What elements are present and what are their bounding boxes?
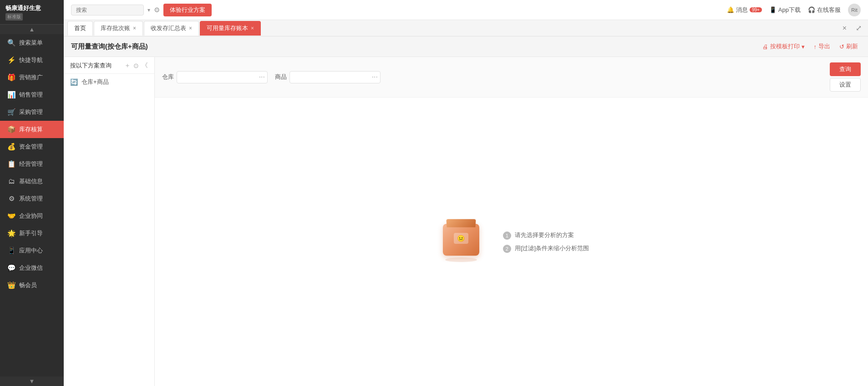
phone-icon: 📱 — [769, 6, 777, 13]
search-icon: 🔍 — [7, 39, 15, 47]
hint-text-1: 请先选择要分析的方案 — [515, 231, 574, 239]
refresh-label: 刷新 — [846, 42, 858, 51]
filter-panel-title: 按以下方案查询 — [70, 62, 112, 70]
page-actions: 🖨 按模板打印 ▾ ↑ 导出 ↺ 刷新 — [760, 41, 861, 52]
close-tab-receive-summary[interactable]: × — [189, 25, 192, 31]
tab-home[interactable]: 首页 — [67, 21, 93, 36]
version-badge: 标准版 — [5, 13, 23, 21]
empty-hint-2: 2 用[过滤]条件来缩小分析范围 — [503, 244, 589, 253]
sidebar-scroll-down[interactable]: ▼ — [0, 376, 64, 386]
sidebar-item-sales[interactable]: 📊 销售管理 — [0, 86, 64, 103]
sidebar-item-label: 畅会员 — [19, 281, 37, 289]
sidebar-logo: 畅康通好生意 标准版 — [0, 0, 64, 25]
sidebar-scroll-up[interactable]: ▲ — [0, 25, 64, 34]
sidebar-item-search[interactable]: 🔍 搜索菜单 — [0, 34, 64, 51]
hint-number-2: 2 — [503, 245, 511, 253]
tab-bar: 首页 库存批次账 × 收发存汇总表 × 可用量库存账本 × × ⤢ — [64, 20, 868, 36]
product-input[interactable] — [289, 71, 381, 83]
settings-filter-icon[interactable]: ⊙ — [133, 62, 139, 69]
settings-button[interactable]: 设置 — [830, 78, 861, 92]
query-button[interactable]: 查询 — [830, 62, 861, 76]
empty-hints: 1 请先选择要分析的方案 2 用[过滤]条件来缩小分析范围 — [503, 231, 589, 253]
company-name: 畅康通好生意 — [5, 5, 58, 12]
warehouse-more-button[interactable]: ··· — [259, 73, 265, 81]
online-service-button[interactable]: 🎧 在线客服 — [808, 6, 841, 14]
sidebar-item-system[interactable]: ⚙ 系统管理 — [0, 190, 64, 207]
hint-number-1: 1 — [503, 232, 511, 240]
headset-icon: 🎧 — [808, 6, 815, 13]
main-content: ▾ ⚙ 体验行业方案 🔔 消息 99+ 📱 App下载 🎧 在线客服 Rit — [64, 0, 868, 386]
product-label: 商品 — [275, 73, 287, 81]
empty-shadow — [445, 257, 477, 262]
basicinfo-icon: 🗂 — [7, 177, 15, 185]
sidebar-item-newguide[interactable]: 🌟 新手引导 — [0, 225, 64, 242]
gift-icon: 🎁 — [7, 73, 15, 82]
content-area: 按以下方案查询 ＋ ⊙ 《 🔄 仓库+商品 仓库 ··· — [64, 57, 868, 386]
sidebar-item-wechat[interactable]: 💬 企业微信 — [0, 259, 64, 277]
add-filter-icon[interactable]: ＋ — [124, 62, 131, 70]
export-button[interactable]: ↑ 导出 — [811, 41, 833, 52]
print-template-button[interactable]: 🖨 按模板打印 ▾ — [760, 41, 807, 52]
hint-text-2: 用[过滤]条件来缩小分析范围 — [515, 244, 589, 252]
export-icon: ↑ — [814, 43, 817, 50]
close-tab-available-ledger[interactable]: × — [251, 25, 254, 31]
member-icon: 👑 — [7, 281, 15, 289]
query-area: 仓库 ··· 商品 ··· 查询 设置 — [155, 57, 868, 386]
sidebar-item-label: 企业协同 — [19, 212, 43, 220]
product-more-button[interactable]: ··· — [372, 73, 378, 81]
sidebar-item-purchase[interactable]: 🛒 采购管理 — [0, 103, 64, 121]
export-label: 导出 — [818, 42, 830, 51]
empty-illustration: 😐 — [434, 215, 488, 269]
filter-panel: 按以下方案查询 ＋ ⊙ 《 🔄 仓库+商品 — [64, 57, 155, 386]
search-input[interactable] — [71, 5, 144, 15]
maximize-button[interactable]: ⤢ — [853, 23, 864, 33]
filter-item-warehouse-product[interactable]: 🔄 仓库+商品 — [64, 74, 154, 90]
close-all-tabs-button[interactable]: × — [840, 23, 849, 33]
refresh-button[interactable]: ↺ 刷新 — [837, 41, 861, 52]
tab-receive-summary[interactable]: 收发存汇总表 × — [144, 21, 199, 36]
notifications-label: 消息 — [736, 6, 748, 14]
sidebar-item-label: 库存核算 — [19, 125, 43, 134]
sidebar-item-shortcut[interactable]: ⚡ 快捷导航 — [0, 51, 64, 69]
experience-button[interactable]: 体验行业方案 — [163, 4, 212, 16]
print-dropdown-icon[interactable]: ▾ — [802, 43, 805, 50]
print-template-label: 按模板打印 — [770, 42, 800, 51]
notifications-button[interactable]: 🔔 消息 99+ — [727, 6, 762, 14]
sidebar-item-label: 经营管理 — [19, 160, 43, 168]
header-actions: 🔔 消息 99+ 📱 App下载 🎧 在线客服 Rit — [727, 4, 861, 16]
sidebar-item-marketing[interactable]: 🎁 营销推广 — [0, 69, 64, 86]
warehouse-input[interactable] — [177, 71, 268, 83]
tab-available-ledger[interactable]: 可用量库存账本 × — [200, 21, 261, 36]
sidebar-item-enterprise[interactable]: 🤝 企业协同 — [0, 207, 64, 225]
sidebar-item-label: 新手引导 — [19, 229, 43, 237]
sidebar-item-appcenter[interactable]: 📱 应用中心 — [0, 242, 64, 259]
sidebar-item-finance[interactable]: 💰 资金管理 — [0, 138, 64, 155]
sidebar-item-operations[interactable]: 📋 经营管理 — [0, 155, 64, 173]
query-actions: 查询 设置 — [830, 62, 861, 92]
sidebar-item-member[interactable]: 👑 畅会员 — [0, 277, 64, 294]
sidebar-item-inventory[interactable]: 📦 库存核算 — [0, 121, 64, 138]
sidebar-item-label: 采购管理 — [19, 108, 43, 116]
gear-icon[interactable]: ⚙ — [154, 6, 160, 14]
tab-batch-ledger[interactable]: 库存批次账 × — [94, 21, 143, 36]
warehouse-input-wrapper: ··· — [177, 71, 268, 83]
sidebar-item-label: 企业微信 — [19, 264, 43, 272]
empty-box-graphic: 😐 — [443, 224, 479, 256]
avatar[interactable]: Rit — [848, 4, 861, 16]
sidebar-item-label: 搜索菜单 — [19, 39, 43, 47]
app-download-button[interactable]: 📱 App下载 — [769, 6, 801, 14]
page-header: 可用量查询(按仓库+商品) 🖨 按模板打印 ▾ ↑ 导出 ↺ 刷新 — [64, 36, 868, 57]
finance-icon: 💰 — [7, 143, 15, 151]
sidebar-item-label: 资金管理 — [19, 143, 43, 151]
dropdown-icon[interactable]: ▾ — [147, 7, 150, 13]
close-tab-batch-ledger[interactable]: × — [133, 25, 136, 31]
sidebar-item-basicinfo[interactable]: 🗂 基础信息 — [0, 173, 64, 190]
receive-summary-tab-label: 收发存汇总表 — [151, 24, 186, 32]
empty-hint-1: 1 请先选择要分析的方案 — [503, 231, 589, 240]
sales-icon: 📊 — [7, 91, 15, 99]
appcenter-icon: 📱 — [7, 247, 15, 255]
sidebar-item-label: 系统管理 — [19, 195, 43, 203]
sidebar-item-label: 基础信息 — [19, 177, 43, 185]
collapse-filter-icon[interactable]: 《 — [142, 62, 148, 70]
cart-icon: 🛒 — [7, 108, 15, 116]
